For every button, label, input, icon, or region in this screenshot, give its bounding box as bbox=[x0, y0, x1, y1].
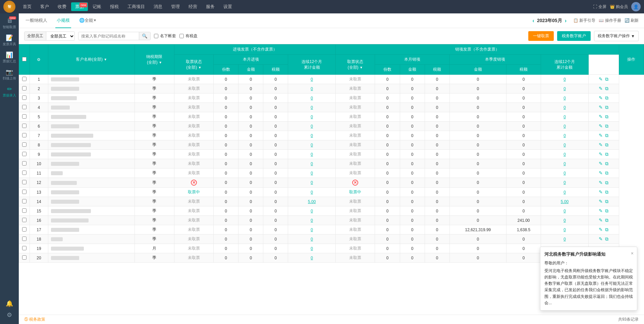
manual-btn[interactable]: 📖 操作手册 bbox=[599, 18, 621, 23]
edit-btn[interactable]: ✎ bbox=[599, 142, 603, 147]
edit-btn[interactable]: ✎ bbox=[599, 114, 603, 119]
edit-btn[interactable]: ✎ bbox=[599, 208, 603, 213]
copy-btn[interactable]: ⧉ bbox=[605, 142, 608, 147]
cum12-in-link[interactable]: 0 bbox=[311, 237, 313, 242]
cum12-out-link[interactable]: 0 bbox=[564, 161, 566, 166]
edit-btn[interactable]: ✎ bbox=[599, 95, 603, 101]
cum12-in-link[interactable]: 0 bbox=[311, 77, 313, 82]
copy-btn[interactable]: ⧉ bbox=[605, 95, 608, 101]
row-checkbox[interactable] bbox=[22, 152, 26, 156]
edit-btn[interactable]: ✎ bbox=[599, 105, 603, 110]
cum12-out-link[interactable]: 0 bbox=[564, 152, 566, 157]
copy-btn[interactable]: ⧉ bbox=[605, 199, 608, 204]
row-checkbox[interactable] bbox=[22, 133, 26, 137]
cum12-in-link[interactable]: 0 bbox=[311, 86, 313, 91]
nav-operations[interactable]: 经营 bbox=[184, 2, 201, 11]
copy-btn[interactable]: ⧉ bbox=[605, 217, 608, 223]
row-checkbox[interactable] bbox=[22, 255, 26, 260]
cum12-in-link[interactable]: 0 bbox=[311, 115, 313, 119]
notification-close-btn[interactable]: × bbox=[631, 250, 634, 257]
edit-btn[interactable]: ✎ bbox=[599, 217, 603, 223]
cum12-out-link[interactable]: 5.00 bbox=[561, 199, 569, 204]
cum12-in-link[interactable]: 0 bbox=[311, 143, 313, 147]
cum12-in-link[interactable]: 0 bbox=[311, 124, 313, 129]
tax-policy-btn[interactable]: ⑤ 税务政策 bbox=[24, 317, 45, 322]
cum12-in-link[interactable]: 0 bbox=[311, 96, 313, 101]
cum12-in-link[interactable]: 0 bbox=[311, 171, 313, 176]
sidebar-item-ticket-summary[interactable]: 📊 票据汇总 bbox=[0, 49, 19, 66]
checkbox-under-account-input[interactable] bbox=[154, 34, 158, 38]
row-checkbox[interactable] bbox=[22, 208, 26, 213]
row-checkbox[interactable] bbox=[22, 246, 26, 250]
sidebar-item-config[interactable]: ⚙ bbox=[4, 309, 14, 321]
edit-btn[interactable]: ✎ bbox=[599, 86, 603, 91]
nav-messages[interactable]: 消息 bbox=[150, 2, 166, 11]
row-checkbox[interactable] bbox=[22, 190, 26, 194]
copy-btn[interactable]: ⧉ bbox=[605, 180, 608, 185]
cum12-out-link[interactable]: 0 bbox=[564, 133, 566, 138]
copy-btn[interactable]: ⧉ bbox=[605, 105, 608, 110]
edit-btn[interactable]: ✎ bbox=[599, 170, 603, 176]
nav-tax[interactable]: 报税 bbox=[106, 2, 123, 11]
cum12-in-link[interactable]: 0 bbox=[311, 133, 313, 138]
nav-business[interactable]: 工商项目 bbox=[123, 2, 149, 11]
nav-management[interactable]: 管理 bbox=[167, 2, 184, 11]
row-checkbox[interactable] bbox=[22, 161, 26, 166]
edit-btn[interactable]: ✎ bbox=[599, 236, 603, 242]
edit-btn[interactable]: ✎ bbox=[599, 76, 603, 82]
row-checkbox[interactable] bbox=[22, 95, 26, 100]
tax-digital-account-op-btn[interactable]: 税务数字账户操作 ▼ bbox=[594, 31, 639, 41]
row-checkbox[interactable] bbox=[22, 171, 26, 175]
cum12-out-link[interactable]: 0 bbox=[564, 96, 566, 101]
prev-month-btn[interactable]: ‹ bbox=[533, 18, 534, 24]
copy-btn[interactable]: ⧉ bbox=[605, 133, 608, 138]
cum12-out-link[interactable]: 0 bbox=[564, 180, 566, 185]
employee-select[interactable]: 全部员工 bbox=[46, 32, 74, 40]
edit-btn[interactable]: ✎ bbox=[599, 151, 603, 157]
nav-services[interactable]: 服务 bbox=[202, 2, 219, 11]
select-all-checkbox[interactable] bbox=[22, 57, 26, 61]
row-checkbox[interactable] bbox=[22, 105, 26, 109]
cum12-out-link[interactable]: 0 bbox=[564, 171, 566, 176]
cum12-out-link[interactable]: 0 bbox=[564, 86, 566, 91]
cum12-out-link[interactable]: 0 bbox=[564, 190, 566, 195]
cum12-out-link[interactable]: 0 bbox=[564, 143, 566, 147]
copy-btn[interactable]: ⧉ bbox=[605, 123, 608, 129]
sidebar-item-invoice-open[interactable]: 📝 发票开具 bbox=[0, 32, 19, 49]
cum12-in-link[interactable]: 0 bbox=[311, 246, 313, 251]
row-checkbox[interactable] bbox=[22, 218, 26, 222]
row-checkbox[interactable] bbox=[22, 180, 26, 184]
tax-digital-account-btn[interactable]: 税务数字账户 bbox=[557, 31, 591, 41]
cum12-out-link[interactable]: 0 bbox=[564, 228, 566, 232]
edit-btn[interactable]: ✎ bbox=[599, 133, 603, 138]
copy-btn[interactable]: ⧉ bbox=[605, 236, 608, 242]
row-checkbox[interactable] bbox=[22, 227, 26, 232]
row-checkbox[interactable] bbox=[22, 199, 26, 203]
row-checkbox[interactable] bbox=[22, 114, 26, 119]
cum12-in-link[interactable]: 0 bbox=[311, 180, 313, 185]
vip-btn[interactable]: 👑 购会员 bbox=[610, 4, 628, 10]
copy-btn[interactable]: ⧉ bbox=[605, 86, 608, 91]
cum12-out-link[interactable]: 0 bbox=[564, 77, 566, 82]
row-checkbox[interactable] bbox=[22, 77, 26, 81]
sidebar-item-ticket-entry[interactable]: ✏ 票据录入 bbox=[0, 83, 19, 101]
row-checkbox[interactable] bbox=[22, 86, 26, 90]
nav-home[interactable]: 首页 bbox=[19, 2, 36, 11]
copy-btn[interactable]: ⧉ bbox=[605, 151, 608, 157]
cum12-out-link[interactable]: 0 bbox=[564, 237, 566, 242]
edit-btn[interactable]: ✎ bbox=[599, 161, 603, 166]
nav-accounting[interactable]: 记账 bbox=[89, 2, 105, 11]
row-checkbox[interactable] bbox=[22, 142, 26, 147]
cum12-out-link[interactable]: 0 bbox=[564, 209, 566, 213]
copy-btn[interactable]: ⧉ bbox=[605, 114, 608, 119]
tab-general-taxpayer[interactable]: 一般纳税人 bbox=[24, 13, 49, 28]
refresh-btn[interactable]: 🔄 刷新 bbox=[625, 18, 639, 23]
tab-all[interactable]: 🌐 全能 ▼ bbox=[78, 13, 98, 28]
tab-small-scale[interactable]: 小规模 bbox=[55, 13, 71, 28]
cum12-in-link[interactable]: 0 bbox=[311, 190, 313, 195]
row-checkbox[interactable] bbox=[22, 124, 26, 128]
cum12-out-link[interactable]: 0 bbox=[564, 105, 566, 110]
search-input[interactable] bbox=[78, 33, 139, 40]
cum12-out-link[interactable]: 0 bbox=[564, 115, 566, 119]
copy-btn[interactable]: ⧉ bbox=[605, 227, 608, 232]
